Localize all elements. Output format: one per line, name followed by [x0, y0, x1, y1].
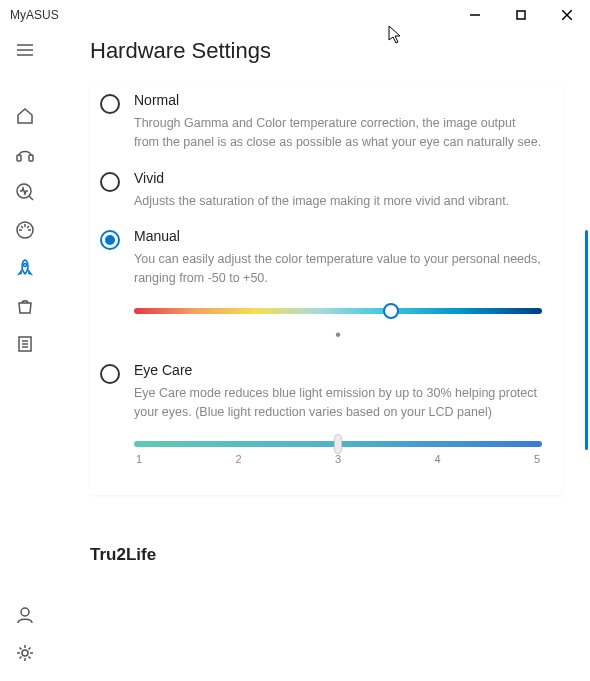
sidebar	[0, 30, 50, 681]
svg-point-17	[24, 264, 27, 267]
option-normal[interactable]: Normal Through Gamma and Color temperatu…	[100, 92, 542, 152]
option-manual[interactable]: Manual You can easily adjust the color t…	[100, 228, 542, 344]
bag-icon[interactable]	[15, 296, 35, 316]
hamburger-icon[interactable]	[15, 40, 35, 60]
rocket-icon[interactable]	[15, 258, 35, 278]
window-controls	[452, 0, 590, 30]
close-button[interactable]	[544, 0, 590, 30]
option-vivid-desc: Adjusts the saturation of the image maki…	[134, 192, 542, 211]
dashboard-icon[interactable]	[15, 220, 35, 240]
content-area: Hardware Settings Normal Through Gamma a…	[50, 30, 590, 681]
option-normal-desc: Through Gamma and Color temperature corr…	[134, 114, 542, 152]
gear-icon[interactable]	[15, 643, 35, 663]
svg-point-22	[21, 608, 29, 616]
svg-line-10	[29, 196, 33, 200]
eyecare-level-slider[interactable]	[134, 441, 542, 447]
minimize-button[interactable]	[452, 0, 498, 30]
svg-line-15	[21, 226, 23, 228]
maximize-button[interactable]	[498, 0, 544, 30]
diagnostics-icon[interactable]	[15, 182, 35, 202]
titlebar: MyASUS	[0, 0, 590, 30]
option-manual-desc: You can easily adjust the color temperat…	[134, 250, 542, 288]
scrollbar-thumb[interactable]	[585, 230, 588, 450]
display-mode-card: Normal Through Gamma and Color temperatu…	[90, 84, 562, 495]
eyecare-ticks: 1 2 3 4 5	[134, 453, 542, 465]
dot-indicator: •	[134, 326, 542, 344]
option-eyecare[interactable]: Eye Care Eye Care mode reduces blue ligh…	[100, 362, 542, 466]
svg-line-16	[27, 226, 29, 228]
option-normal-label: Normal	[134, 92, 542, 108]
option-eyecare-label: Eye Care	[134, 362, 542, 378]
user-icon[interactable]	[15, 605, 35, 625]
page-title: Hardware Settings	[90, 38, 562, 64]
option-eyecare-desc: Eye Care mode reduces blue light emissio…	[134, 384, 542, 422]
color-track	[134, 308, 542, 314]
radio-manual[interactable]	[100, 230, 120, 250]
section-tru2life-title: Tru2Life	[90, 545, 562, 565]
color-slider-thumb[interactable]	[383, 303, 399, 319]
option-vivid-label: Vivid	[134, 170, 542, 186]
headset-icon[interactable]	[15, 144, 35, 164]
home-icon[interactable]	[15, 106, 35, 126]
radio-eyecare[interactable]	[100, 364, 120, 384]
color-temperature-slider[interactable]	[134, 308, 542, 314]
option-vivid[interactable]: Vivid Adjusts the saturation of the imag…	[100, 170, 542, 211]
option-manual-label: Manual	[134, 228, 542, 244]
svg-rect-1	[517, 11, 525, 19]
svg-point-23	[22, 650, 28, 656]
app-title: MyASUS	[10, 8, 452, 22]
radio-normal[interactable]	[100, 94, 120, 114]
document-icon[interactable]	[15, 334, 35, 354]
eyecare-slider-thumb[interactable]	[334, 434, 342, 454]
radio-vivid[interactable]	[100, 172, 120, 192]
